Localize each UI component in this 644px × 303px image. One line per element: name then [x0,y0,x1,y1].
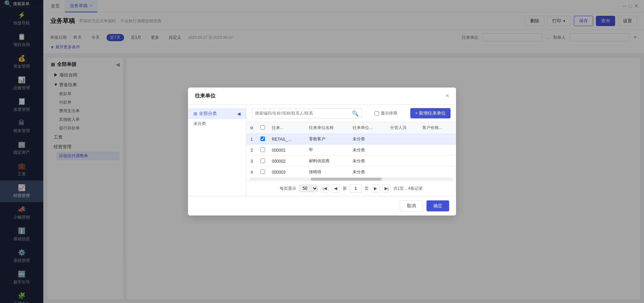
row-name: 甲 [306,145,349,156]
dialog-tree-all-label: 全部分类 [199,110,217,117]
prev-page-button[interactable]: ◀ [332,184,340,193]
row-code: 000003 [268,167,306,178]
first-page-button[interactable]: |◀ [321,184,329,193]
dialog-header: 往来单位 × [188,88,456,105]
dialog-content: 🔍 显示停用 + 新增往来单位 ⚙ [246,105,456,196]
next-page-button[interactable]: ▶ [371,184,380,193]
dialog-title: 往来单位 [195,93,215,99]
show-disabled-text: 显示停用 [381,110,397,116]
row-checkbox[interactable] [260,148,265,152]
dialog-tree-all[interactable]: ⊞ 全部分类 ◀ [188,108,246,119]
uncategorized-label: 未分类 [193,121,206,126]
row-manager [387,134,419,145]
dialog-body: ⊞ 全部分类 ◀ 未分类 🔍 显示停用 [188,105,456,196]
dialog-pagination: 每页显示 50 100 200 |◀ ◀ 第 页 ▶ ▶| 共1页，4条记录 [246,180,456,196]
search-input[interactable] [255,111,350,116]
col-price: 客户价格... [419,122,456,134]
page-number-input[interactable] [349,184,362,193]
col-setting[interactable]: ⚙ [246,122,257,134]
grid-icon-dialog: ⊞ [193,111,197,116]
page-number-label: 第 [343,186,347,191]
dialog-toolbar: 🔍 显示停用 + 新增往来单位 [246,105,456,122]
row-name: 张晴得 [306,167,349,178]
row-setting: 4 [246,167,257,178]
row-setting: 2 [246,145,257,156]
row-price [419,134,456,145]
table-row[interactable]: 4 000003 张晴得 未分类 [246,167,456,178]
row-manager [387,167,419,178]
table-row[interactable]: 3 000002 材料供应商 未分类 [246,156,456,167]
row-category: 未分类 [349,156,386,167]
row-name: 材料供应商 [306,156,349,167]
counterparty-dialog: 往来单位 × ⊞ 全部分类 ◀ 未分类 [188,88,456,215]
counterparty-table: ⚙ 往来... 往来单位名称 往来单位... 分管人员 客户价格... [246,122,456,178]
row-manager [387,156,419,167]
col-check[interactable] [257,122,268,134]
page-label: 页 [365,186,369,191]
per-page-label: 每页显示 [280,186,296,191]
dialog-overlay: 往来单位 × ⊞ 全部分类 ◀ 未分类 [0,0,644,303]
row-code: RETAIL_... [268,134,306,145]
row-checkbox[interactable] [260,137,265,141]
col-manager: 分管人员 [387,122,419,134]
per-page-select[interactable]: 50 100 200 [299,185,318,192]
row-setting: 1 [246,134,257,145]
search-icon: 🔍 [352,110,359,117]
dialog-close-button[interactable]: × [445,92,449,100]
confirm-button[interactable]: 确定 [426,200,449,211]
dialog-tree-uncategorized[interactable]: 未分类 [188,119,246,128]
search-wrap: 🔍 [252,108,362,118]
show-disabled-label[interactable]: 显示停用 [375,110,397,116]
row-checkbox[interactable] [260,159,265,163]
row-price [419,167,456,178]
row-manager [387,145,419,156]
row-price [419,156,456,167]
row-check[interactable] [257,134,268,145]
row-code: 000001 [268,145,306,156]
total-records: 共1页，4条记录 [393,186,423,191]
row-checkbox[interactable] [260,170,265,174]
dialog-tree: ⊞ 全部分类 ◀ 未分类 [188,105,246,196]
row-check[interactable] [257,156,268,167]
horizontal-scrollbar[interactable] [250,178,453,180]
dialog-table: ⚙ 往来... 往来单位名称 往来单位... 分管人员 客户价格... [246,122,456,178]
last-page-button[interactable]: ▶| [382,184,391,193]
scroll-thumb[interactable] [311,178,382,180]
collapse-tree-icon[interactable]: ◀ [237,111,241,116]
row-category: 未分类 [349,145,386,156]
col-name: 往来单位名称 [306,122,349,134]
row-price [419,145,456,156]
add-counterparty-button[interactable]: + 新增往来单位 [410,108,451,118]
row-name: 零散客户 [306,134,349,145]
row-check[interactable] [257,145,268,156]
row-category: 未分类 [349,134,386,145]
table-row[interactable]: 1 RETAIL_... 零散客户 未分类 [246,134,456,145]
row-setting: 3 [246,156,257,167]
row-code: 000002 [268,156,306,167]
select-all-checkbox[interactable] [260,125,265,130]
dialog-actions: 取消 确定 [188,196,456,215]
col-code: 往来... [268,122,306,134]
row-category: 未分类 [349,167,386,178]
row-check[interactable] [257,167,268,178]
show-disabled-checkbox[interactable] [375,111,379,116]
col-category: 往来单位... [349,122,386,134]
cancel-button[interactable]: 取消 [400,200,423,211]
table-row[interactable]: 2 000001 甲 未分类 [246,145,456,156]
